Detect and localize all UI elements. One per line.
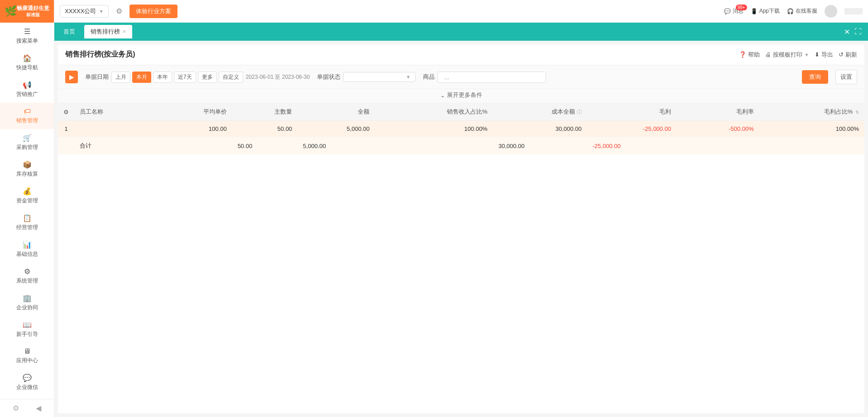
help-btn[interactable]: ❓ 帮助 <box>739 51 760 59</box>
tab-sales-rank[interactable]: 销售排行榜 × <box>84 25 132 38</box>
date-btns: 上月 本月 本年 近7天 更多 自定义 <box>111 72 243 83</box>
print-icon: 🖨 <box>765 51 771 58</box>
gross-pct-sort-icon[interactable]: ⇅ <box>855 110 859 115</box>
export-btn[interactable]: ⬇ 导出 <box>815 51 833 59</box>
page-header: 销售排行榜(按业务员) ❓ 帮助 🖨 按模板打印 ▼ ⬇ 导出 <box>58 44 864 65</box>
company-selector[interactable]: XXXXX公司 ▼ <box>60 5 109 18</box>
th-name-label: 员工名称 <box>80 108 103 115</box>
date-range-text: 2023-06-01 至 2023-06-30 <box>246 73 310 81</box>
td-qty: 50.00 <box>232 121 297 137</box>
app-name: 畅康通好生意 <box>17 5 49 12</box>
goods-select[interactable]: ... <box>437 72 546 83</box>
collapse-icon[interactable]: ◀ <box>36 404 41 412</box>
help-icon: ❓ <box>739 51 746 58</box>
tab-expand-icon[interactable]: ⛶ <box>854 28 862 36</box>
filter-toggle-btn[interactable]: ▶ <box>65 71 78 83</box>
table-footer: 合计 50.00 5,000.00 30,000.00 -25,000.00 <box>58 137 864 155</box>
td-sales-pct: 100.00% <box>375 121 493 137</box>
user-avatar[interactable] <box>825 5 837 18</box>
th-amount-label: 全额 <box>358 108 369 115</box>
sidebar-label-shortcut: 快捷导航 <box>16 64 38 72</box>
table-row: 1 100.00 50.00 5,000.00 100.00% 30,000.0… <box>58 121 864 137</box>
td-amount: 5,000.00 <box>297 121 375 137</box>
trial-button[interactable]: 体验行业方案 <box>129 5 177 18</box>
apps-icon: 🖥 <box>24 347 31 355</box>
sidebar-item-basic[interactable]: 📊 基础信息 <box>0 236 54 263</box>
tab-sales-rank-label: 销售排行榜 <box>91 28 120 36</box>
goods-more-btn[interactable]: ... <box>444 74 449 81</box>
footer-avg-price <box>153 137 232 155</box>
app-download-btn[interactable]: 📱 App下载 <box>751 7 780 15</box>
home-icon: 🏠 <box>23 54 32 62</box>
sidebar-item-member[interactable]: 👑 畅会员 <box>0 396 54 399</box>
th-amount: 全额 <box>297 103 375 121</box>
company-name: XXXXX公司 <box>65 7 96 15</box>
expand-more-btn[interactable]: ⌄ 展开更多条件 <box>440 91 482 99</box>
sidebar-label-finance: 资金管理 <box>16 197 38 205</box>
sidebar-item-guide[interactable]: 📖 新手引导 <box>0 316 54 343</box>
inventory-icon: 📦 <box>23 160 32 169</box>
sidebar-item-shortcut[interactable]: 🏠 快捷导航 <box>0 49 54 76</box>
sidebar-item-enterprise[interactable]: 🏢 企业协同 <box>0 289 54 316</box>
page-title: 销售排行榜(按业务员) <box>65 50 135 59</box>
sales-icon: 🏷 <box>24 107 31 115</box>
th-sales-pct: 销售收入占比% <box>375 103 493 121</box>
date-current-month-btn[interactable]: 本月 <box>132 72 151 83</box>
sidebar-label-search: 搜索菜单 <box>16 37 38 45</box>
sidebar-item-inventory[interactable]: 📦 库存核算 <box>0 156 54 182</box>
th-name: 员工名称 <box>74 103 153 121</box>
status-select[interactable]: ▼ <box>343 72 416 82</box>
th-gross-pct: 毛利占比% ⇅ <box>759 103 864 121</box>
sidebar-item-purchase[interactable]: 🛒 采购管理 <box>0 129 54 156</box>
topbar-right: 💬 消息 99+ 📱 App下载 🎧 在线客服 <box>724 5 863 18</box>
headset-icon: 🎧 <box>787 8 794 14</box>
sidebar-item-system[interactable]: ⚙ 系统管理 <box>0 263 54 289</box>
sidebar-label-guide: 新手引导 <box>16 331 38 338</box>
print-label: 按模板打印 <box>773 51 802 59</box>
tab-close-btn[interactable]: × <box>123 29 126 35</box>
search-icon: ☰ <box>24 27 30 36</box>
date-custom-btn[interactable]: 自定义 <box>219 72 243 83</box>
tab-close-all-icon[interactable]: ✕ <box>844 28 850 36</box>
sidebar-item-apps[interactable]: 🖥 应用中心 <box>0 343 54 369</box>
main-area: XXXXX公司 ▼ ⚙ 体验行业方案 💬 消息 99+ 📱 App下载 🎧 在线… <box>54 0 868 417</box>
print-btn[interactable]: 🖨 按模板打印 ▼ <box>765 51 809 59</box>
tab-home[interactable]: 首页 <box>56 24 82 39</box>
td-gross-rate: -500.00% <box>676 121 759 137</box>
filter-goods-group: 商品 ... <box>423 72 546 83</box>
sidebar-item-wechat[interactable]: 💬 企业微信 <box>0 369 54 396</box>
refresh-btn[interactable]: ↺ 刷新 <box>839 51 857 59</box>
sidebar-item-marketing[interactable]: 📢 营销推广 <box>0 76 54 103</box>
tabbar-right: ✕ ⛶ <box>844 28 866 36</box>
date-last-month-btn[interactable]: 上月 <box>111 72 130 83</box>
sidebar-label-sales: 销售管理 <box>16 117 38 125</box>
sidebar-label-inventory: 库存核算 <box>16 170 38 178</box>
sidebar-nav: ☰ 搜索菜单 🏠 快捷导航 📢 营销推广 🏷 销售管理 🛒 采购管理 📦 库存核… <box>0 23 54 399</box>
online-service-label: 在线客服 <box>796 7 817 15</box>
finance-icon: 💰 <box>23 187 32 196</box>
sidebar-item-operations[interactable]: 📋 经营管理 <box>0 209 54 236</box>
sidebar-item-sales[interactable]: 🏷 销售管理 <box>0 103 54 129</box>
app-download-label: App下载 <box>759 7 780 15</box>
settings-bottom-icon[interactable]: ⚙ <box>13 404 19 412</box>
date-last-7days-btn[interactable]: 近7天 <box>174 72 196 83</box>
sidebar-item-search[interactable]: ☰ 搜索菜单 <box>0 23 54 49</box>
sidebar: 🌿 畅康通好生意 标准版 ☰ 搜索菜单 🏠 快捷导航 📢 营销推广 🏷 销售管理… <box>0 0 54 417</box>
topbar-settings-btn[interactable]: ⚙ <box>112 5 126 18</box>
query-btn[interactable]: 查询 <box>802 70 828 84</box>
sidebar-label-system: 系统管理 <box>16 277 38 285</box>
online-service-btn[interactable]: 🎧 在线客服 <box>787 7 817 15</box>
marketing-icon: 📢 <box>23 81 32 89</box>
date-current-year-btn[interactable]: 本年 <box>153 72 172 83</box>
message-btn[interactable]: 💬 消息 99+ <box>724 7 743 15</box>
system-icon: ⚙ <box>24 267 30 276</box>
topbar: XXXXX公司 ▼ ⚙ 体验行业方案 💬 消息 99+ 📱 App下载 🎧 在线… <box>54 0 868 23</box>
cost-info-icon[interactable]: ⓘ <box>577 109 582 115</box>
help-label: 帮助 <box>748 51 760 59</box>
column-settings-icon[interactable]: ⚙ <box>63 109 69 115</box>
th-sales-pct-label: 销售收入占比% <box>447 108 488 115</box>
date-more-btn[interactable]: 更多 <box>198 72 217 83</box>
settings-btn[interactable]: 设置 <box>835 70 857 84</box>
table-header-row: ⚙ 员工名称 平均单价 主数量 <box>58 103 864 121</box>
sidebar-item-finance[interactable]: 💰 资金管理 <box>0 182 54 209</box>
